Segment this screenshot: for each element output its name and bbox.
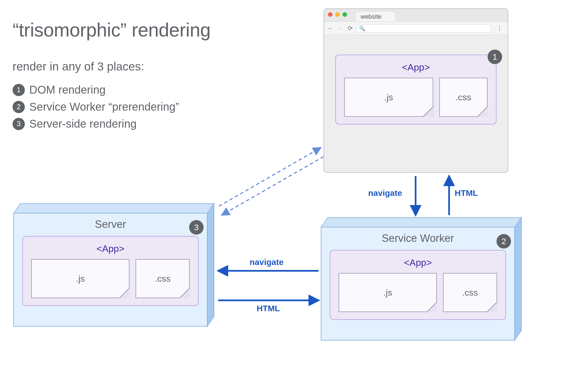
server-badge: 3 bbox=[189, 220, 204, 235]
sw-badge: 2 bbox=[497, 234, 511, 249]
css-file-label: .css bbox=[462, 288, 478, 298]
dogear-icon bbox=[423, 106, 433, 117]
sw-app-card: <App> .js .css bbox=[330, 250, 506, 320]
sw-css-file: .css bbox=[443, 273, 497, 312]
sw-title: Service Worker bbox=[330, 232, 506, 244]
sw-top-face bbox=[321, 217, 522, 227]
browser-content: <App> .js .css bbox=[324, 35, 508, 136]
legend-badge-3: 3 bbox=[13, 118, 25, 130]
browser-css-file: .css bbox=[439, 78, 488, 117]
label-html-vertical: HTML bbox=[455, 188, 478, 198]
legend-item-3: 3 Server-side rendering bbox=[13, 118, 179, 130]
server-app-label: <App> bbox=[31, 243, 190, 254]
reload-icon: ⟳ bbox=[348, 25, 353, 32]
server-css-file: .css bbox=[136, 259, 190, 298]
legend-item-1: 1 DOM rendering bbox=[13, 84, 179, 96]
server-js-file: .js bbox=[31, 259, 129, 298]
menu-icon: ⋮ bbox=[495, 25, 504, 32]
js-file-label: .js bbox=[384, 92, 393, 103]
legend-badge-1: 1 bbox=[13, 84, 25, 96]
close-icon bbox=[328, 12, 332, 17]
js-file-label: .js bbox=[383, 288, 392, 298]
legend-label-1: DOM rendering bbox=[29, 84, 105, 96]
browser-file-row: .js .css bbox=[344, 78, 488, 117]
legend-label-2: Service Worker “prerendering” bbox=[29, 101, 179, 113]
legend-label-3: Server-side rendering bbox=[29, 118, 137, 130]
label-html-horizontal: HTML bbox=[257, 304, 280, 313]
dogear-icon bbox=[486, 301, 497, 312]
sw-front-face: Service Worker <App> .js .css bbox=[321, 227, 515, 340]
diagram-title: “trisomorphic” rendering bbox=[13, 19, 211, 41]
label-navigate-horizontal: navigate bbox=[250, 257, 284, 267]
server-title: Server bbox=[22, 218, 199, 230]
minimize-icon bbox=[335, 12, 340, 17]
browser-window: website ← → ⟳ 🔍 ⋮ <App> .js .css bbox=[324, 8, 508, 173]
css-file-label: .css bbox=[155, 274, 171, 284]
dogear-icon bbox=[426, 301, 437, 312]
server-top-face bbox=[13, 203, 214, 213]
server-right-face bbox=[207, 202, 214, 327]
sw-right-face bbox=[514, 216, 522, 341]
service-worker-box: Service Worker <App> .js .css bbox=[321, 217, 522, 340]
traffic-lights bbox=[328, 12, 347, 17]
diagram-subtitle: render in any of 3 places: bbox=[13, 60, 144, 73]
sw-file-row: .js .css bbox=[339, 273, 497, 312]
legend-badge-2: 2 bbox=[13, 101, 25, 113]
sw-app-label: <App> bbox=[339, 257, 497, 268]
server-app-card: <App> .js .css bbox=[22, 236, 199, 306]
browser-badge: 1 bbox=[488, 50, 502, 64]
browser-tab: website bbox=[355, 11, 396, 21]
server-file-row: .js .css bbox=[31, 259, 190, 298]
dogear-icon bbox=[179, 288, 190, 298]
server-front-face: Server <App> .js .css bbox=[13, 213, 208, 327]
dogear-icon bbox=[119, 288, 129, 298]
back-icon: ← bbox=[327, 25, 334, 32]
zoom-icon bbox=[343, 12, 347, 17]
diagram-canvas: “trisomorphic” rendering render in any o… bbox=[0, 0, 588, 370]
legend-list: 1 DOM rendering 2 Service Worker “preren… bbox=[13, 84, 179, 135]
url-bar: 🔍 bbox=[356, 24, 491, 33]
browser-js-file: .js bbox=[344, 78, 433, 117]
sw-js-file: .js bbox=[339, 273, 437, 312]
css-file-label: .css bbox=[456, 92, 471, 103]
dogear-icon bbox=[477, 106, 488, 117]
arrow-dashed-down bbox=[222, 157, 324, 215]
legend-item-2: 2 Service Worker “prerendering” bbox=[13, 101, 179, 113]
arrow-dashed-up bbox=[219, 148, 321, 206]
label-navigate-vertical: navigate bbox=[368, 188, 402, 198]
forward-icon: → bbox=[338, 25, 344, 32]
browser-app-card: <App> .js .css bbox=[335, 55, 497, 125]
browser-toolbar: ← → ⟳ 🔍 ⋮ bbox=[324, 22, 508, 35]
js-file-label: .js bbox=[76, 274, 85, 284]
search-icon: 🔍 bbox=[359, 25, 365, 31]
browser-titlebar: website bbox=[324, 9, 508, 22]
server-box: Server <App> .js .css bbox=[13, 203, 214, 326]
browser-app-label: <App> bbox=[344, 62, 488, 73]
